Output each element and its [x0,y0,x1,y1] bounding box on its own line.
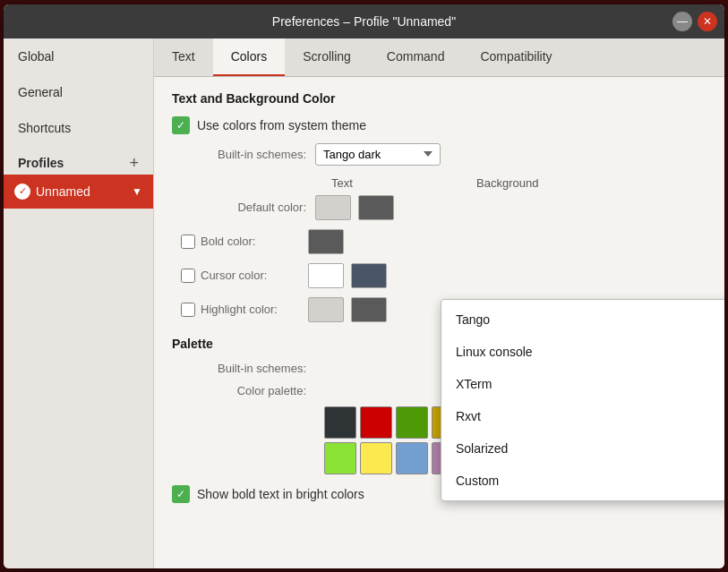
palette-swatch-2[interactable] [396,406,428,439]
cursor-color-checkbox[interactable] [181,269,195,283]
profile-item-left: ✓ Unnamed [14,184,90,200]
highlight-color-swatches [308,297,387,322]
general-label: General [18,85,63,99]
section-title: Text and Background Color [172,91,707,106]
dropdown-item-custom[interactable]: Custom [441,465,724,497]
profile-unnamed[interactable]: ✓ Unnamed ▼ [4,175,153,209]
tab-compatibility[interactable]: Compatibility [462,38,570,76]
palette-swatch-12[interactable] [396,442,428,474]
titlebar: Preferences – Profile "Unnamed" — ✕ [4,4,724,38]
colors-panel: Text and Background Color ✓ Use colors f… [154,77,724,568]
col-header-bg: Background [476,176,512,190]
highlight-text-swatch[interactable] [308,297,344,322]
dropdown-item-xterm[interactable]: XTerm [441,368,724,400]
tab-colors[interactable]: Colors [213,38,285,76]
palette-swatch-10[interactable] [324,442,356,474]
window-title: Preferences – Profile "Unnamed" [272,14,456,29]
default-text-swatch[interactable] [315,195,351,220]
bold-text-swatch[interactable] [308,229,344,254]
cursor-text-swatch[interactable] [308,263,344,288]
built-in-schemes-label: Built-in schemes: [172,148,315,161]
default-color-row: Default color: [172,195,707,220]
bold-color-swatches [308,229,344,254]
profile-name: Unnamed [36,184,90,199]
palette-color-palette-label: Color palette: [172,384,315,397]
profile-chevron-icon: ▼ [132,185,142,198]
tabs-bar: Text Colors Scrolling Command Compatibil… [154,38,724,77]
profile-check-icon: ✓ [14,184,30,200]
default-color-label: Default color: [172,201,315,214]
default-color-swatches [315,195,394,220]
minimize-button[interactable]: — [672,12,692,31]
show-bold-checkbox[interactable]: ✓ [172,485,190,503]
main-area: Global General Shortcuts Profiles + ✓ Un… [4,38,724,568]
highlight-bg-swatch[interactable] [351,297,387,322]
shortcuts-label: Shortcuts [18,121,71,135]
dropdown-item-tango[interactable]: Tango [441,303,724,336]
use-system-theme-row: ✓ Use colors from system theme [172,116,707,134]
use-system-theme-checkbox[interactable]: ✓ [172,116,190,134]
palette-swatch-0[interactable] [324,406,356,439]
global-label: Global [18,49,54,64]
main-window: Preferences – Profile "Unnamed" — ✕ Glob… [4,4,724,568]
highlight-color-label: Highlight color: [201,303,308,316]
cursor-bg-swatch[interactable] [351,263,387,288]
built-in-schemes-select[interactable]: Tango dark [315,143,441,166]
bold-color-row: Bold color: [172,229,707,254]
highlight-color-checkbox[interactable] [181,303,195,317]
sidebar-item-general[interactable]: General [4,74,153,110]
color-column-headers: Text Background [324,176,707,190]
sidebar: Global General Shortcuts Profiles + ✓ Un… [4,38,154,568]
palette-swatch-1[interactable] [360,406,392,439]
use-system-theme-label[interactable]: Use colors from system theme [197,118,366,132]
built-in-schemes-row: Built-in schemes: Tango dark [172,143,707,166]
cursor-color-swatches [308,263,387,288]
tab-scrolling[interactable]: Scrolling [285,38,369,76]
bold-color-label: Bold color: [201,235,308,248]
palette-built-in-label: Built-in schemes: [172,362,315,375]
dropdown-item-rxvt[interactable]: Rxvt [441,400,724,432]
dropdown-overlay: TangoLinux consoleXTermRxvtSolarizedCust… [441,299,724,501]
tab-command[interactable]: Command [369,38,463,76]
close-button[interactable]: ✕ [698,12,717,31]
col-header-text: Text [324,176,360,190]
profiles-label: Profiles [18,156,64,170]
sidebar-item-shortcuts[interactable]: Shortcuts [4,110,153,146]
cursor-color-label: Cursor color: [201,269,308,282]
profiles-section-header: Profiles + [4,146,153,175]
show-bold-label[interactable]: Show bold text in bright colors [197,487,364,501]
tab-text[interactable]: Text [154,38,213,76]
default-bg-swatch[interactable] [358,195,394,220]
titlebar-controls: — ✕ [672,12,717,31]
dropdown-item-linux[interactable]: Linux console [441,336,724,368]
bold-color-checkbox[interactable] [181,235,195,249]
add-profile-button[interactable]: + [129,155,139,171]
cursor-color-row: Cursor color: [172,263,707,288]
dropdown-item-solarized[interactable]: Solarized [441,432,724,465]
sidebar-item-global[interactable]: Global [4,38,153,74]
palette-swatch-11[interactable] [360,442,392,474]
content-area: Text Colors Scrolling Command Compatibil… [154,38,724,568]
